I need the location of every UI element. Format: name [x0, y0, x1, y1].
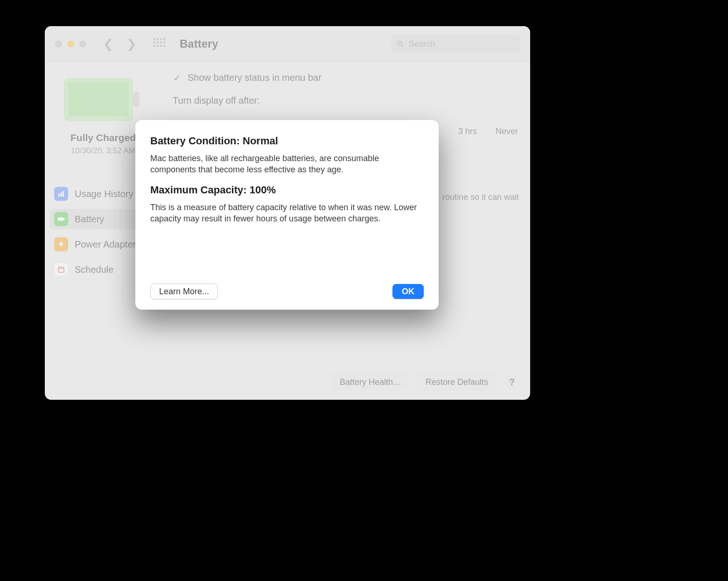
tick-never: Never	[496, 127, 518, 136]
search-icon	[397, 40, 404, 48]
maximize-window-button[interactable]	[79, 41, 86, 48]
window-title: Battery	[180, 37, 218, 50]
help-icon: ?	[509, 377, 515, 388]
svg-line-1	[401, 45, 403, 47]
usage-history-icon	[54, 187, 68, 201]
battery-condition-heading: Battery Condition: Normal	[150, 135, 424, 147]
restore-defaults-label: Restore Defaults	[426, 377, 488, 387]
battery-health-label: Battery Health…	[340, 377, 401, 387]
maximum-capacity-description: This is a measure of battery capacity re…	[150, 202, 424, 225]
nav-arrows: ❮ ❯	[103, 37, 137, 51]
help-button[interactable]: ?	[504, 374, 520, 390]
show-all-icon[interactable]	[154, 38, 165, 50]
battery-health-button[interactable]: Battery Health…	[331, 374, 410, 390]
svg-rect-4	[63, 191, 64, 197]
back-button[interactable]: ❮	[103, 37, 113, 51]
sidebar-item-label: Battery	[75, 214, 104, 225]
battery-health-sheet: Battery Condition: Normal Mac batteries,…	[135, 120, 439, 310]
close-window-button[interactable]	[55, 41, 62, 48]
power-adapter-icon	[54, 237, 68, 251]
checkmark-icon[interactable]: ✓	[173, 74, 181, 82]
bottom-bar: Battery Health… Restore Defaults ?	[161, 364, 530, 400]
svg-rect-6	[63, 219, 64, 220]
search-input[interactable]	[408, 39, 514, 50]
turn-display-off-label: Turn display off after:	[173, 95, 519, 106]
svg-rect-2	[58, 194, 60, 197]
battery-condition-description: Mac batteries, like all rechargeable bat…	[150, 153, 424, 176]
maximum-capacity-heading: Maximum Capacity: 100%	[150, 184, 424, 196]
svg-rect-7	[58, 267, 64, 272]
svg-rect-5	[58, 218, 63, 220]
sidebar-item-label: Schedule	[75, 264, 113, 275]
search-field[interactable]	[391, 35, 520, 53]
svg-rect-3	[61, 192, 62, 197]
show-status-checkbox-label: Show battery status in menu bar	[188, 72, 322, 83]
sidebar-item-label: Usage History	[75, 189, 133, 199]
restore-defaults-button[interactable]: Restore Defaults	[417, 374, 497, 390]
window-traffic-lights	[55, 41, 86, 48]
ok-button[interactable]: OK	[392, 284, 424, 299]
sidebar-item-label: Power Adapter	[75, 239, 136, 250]
battery-graphic-icon	[64, 78, 142, 121]
svg-point-0	[398, 41, 402, 45]
learn-more-label: Learn More...	[159, 287, 209, 296]
tick-3hrs: 3 hrs	[458, 127, 477, 136]
minimize-window-button[interactable]	[67, 41, 74, 48]
forward-button[interactable]: ❯	[126, 37, 137, 51]
schedule-icon	[54, 262, 68, 276]
titlebar: ❮ ❯ Battery	[45, 26, 530, 62]
learn-more-button[interactable]: Learn More...	[150, 283, 218, 299]
ok-label: OK	[402, 287, 414, 296]
battery-icon	[54, 212, 68, 226]
